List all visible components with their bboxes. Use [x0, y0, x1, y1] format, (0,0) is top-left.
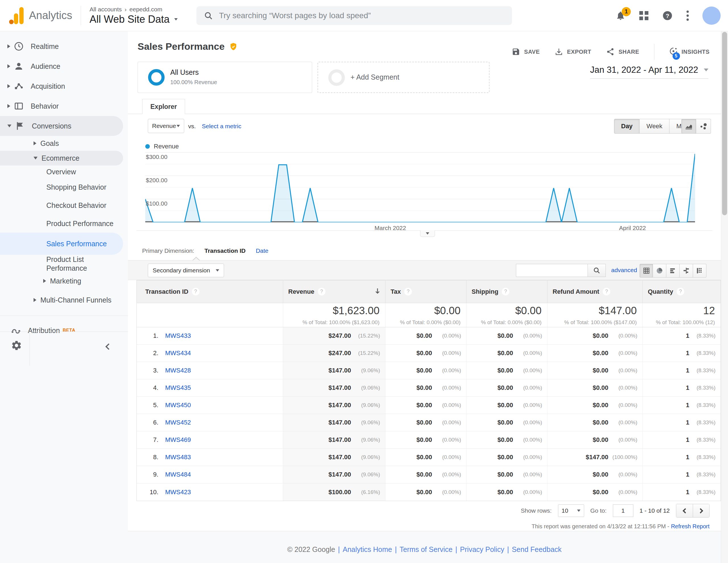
- table-search-input[interactable]: [516, 264, 588, 277]
- transaction-link[interactable]: MWS435: [165, 384, 191, 392]
- sidebar-item-sales-performance[interactable]: Sales Performance: [0, 233, 123, 255]
- report-generated-note: This report was generated on 4/13/22 at …: [532, 523, 710, 530]
- global-search[interactable]: [196, 6, 512, 25]
- next-page-button[interactable]: [693, 504, 709, 517]
- user-avatar[interactable]: [702, 7, 721, 25]
- help-icon[interactable]: ?: [662, 10, 673, 21]
- sidebar-item-acquisition[interactable]: Acquisition: [0, 76, 128, 96]
- collapse-sidebar-icon[interactable]: [105, 343, 112, 350]
- sidebar-item-audience[interactable]: Audience: [0, 56, 128, 76]
- behavior-icon: [14, 101, 24, 111]
- motion-chart-button[interactable]: [696, 119, 711, 134]
- sidebar-item-conversions[interactable]: Conversions: [0, 116, 123, 136]
- scrollbar-thumb[interactable]: [722, 32, 727, 215]
- transaction-link[interactable]: MWS428: [165, 367, 191, 374]
- metric-select[interactable]: Revenue: [148, 119, 184, 133]
- column-header-tax[interactable]: Tax?: [385, 280, 466, 303]
- comparison-view-button[interactable]: [680, 264, 693, 278]
- transaction-link[interactable]: MWS483: [165, 454, 191, 461]
- transaction-link[interactable]: MWS450: [165, 401, 191, 409]
- advanced-search-link[interactable]: advanced: [611, 267, 637, 274]
- goto-page-input[interactable]: [613, 504, 633, 517]
- more-options-icon[interactable]: [686, 11, 689, 21]
- table-search-button[interactable]: [588, 264, 606, 277]
- column-header-refund-amount[interactable]: Refund Amount?: [547, 280, 642, 303]
- table-cell: 1(8.33%): [642, 345, 721, 362]
- sidebar-item-marketing[interactable]: Marketing: [0, 273, 128, 289]
- dimension-transaction-id[interactable]: Transaction ID: [204, 247, 246, 254]
- notifications-bell-icon[interactable]: 1: [615, 11, 626, 21]
- pivot-view-button[interactable]: [693, 264, 706, 278]
- sidebar-item-shopping-behavior[interactable]: Shopping Behavior: [0, 178, 128, 196]
- secondary-dimension-select[interactable]: Secondary dimension: [148, 264, 224, 277]
- dimension-date[interactable]: Date: [256, 247, 268, 254]
- help-icon[interactable]: ?: [502, 288, 509, 295]
- column-header-shipping[interactable]: Shipping?: [466, 280, 547, 303]
- select-metric-link[interactable]: Select a metric: [202, 123, 241, 130]
- breadcrumb-site[interactable]: eepedd.com: [129, 6, 162, 13]
- help-icon[interactable]: ?: [192, 288, 200, 295]
- footer-link-analytics-home[interactable]: Analytics Home: [343, 545, 392, 553]
- column-header-transaction-id[interactable]: Transaction ID?: [137, 280, 283, 303]
- apps-grid-icon[interactable]: [639, 11, 648, 20]
- show-rows-select[interactable]: 10: [558, 504, 584, 517]
- transaction-link[interactable]: MWS423: [165, 489, 191, 496]
- sidebar-item-behavior[interactable]: Behavior: [0, 96, 128, 116]
- sidebar-item-ecommerce[interactable]: Ecommerce: [0, 151, 123, 165]
- date-range-picker[interactable]: Jan 31, 2022 - Apr 11, 2022: [590, 65, 708, 79]
- granularity-day-button[interactable]: Day: [614, 119, 640, 134]
- property-name[interactable]: All Web Site Data: [90, 13, 169, 25]
- footer-link-terms-of-service[interactable]: Terms of Service: [400, 545, 453, 553]
- account-breadcrumb[interactable]: All accounts › eepedd.com All Web Site D…: [90, 6, 177, 25]
- chart-collapse-button[interactable]: [420, 230, 435, 237]
- revenue-timeseries-chart[interactable]: [145, 147, 695, 222]
- percentage-view-button[interactable]: [653, 264, 666, 278]
- transaction-link[interactable]: MWS484: [165, 471, 191, 478]
- segment-all-users[interactable]: All Users 100.00% Revenue: [138, 62, 312, 93]
- column-header-quantity[interactable]: Quantity?: [642, 280, 721, 303]
- goto-label: Go to:: [590, 507, 607, 514]
- table-cell: $0.00(0.00%): [547, 362, 642, 379]
- performance-view-button[interactable]: [666, 264, 680, 278]
- admin-gear-icon[interactable]: [11, 340, 22, 352]
- help-icon[interactable]: ?: [677, 288, 684, 295]
- sidebar-item-checkout-behavior[interactable]: Checkout Behavior: [0, 196, 128, 214]
- sidebar-item-multi-channel-funnels[interactable]: Multi-Channel Funnels: [0, 289, 128, 311]
- footer-link-send-feedback[interactable]: Send Feedback: [512, 545, 561, 553]
- analytics-logo-icon[interactable]: [7, 7, 24, 24]
- sidebar-item-realtime[interactable]: Realtime: [0, 36, 128, 56]
- refresh-report-link[interactable]: Refresh Report: [671, 523, 710, 529]
- export-button[interactable]: EXPORT: [555, 47, 591, 56]
- page-scrollbar[interactable]: [721, 31, 728, 563]
- column-header-revenue[interactable]: Revenue?: [283, 280, 385, 303]
- help-icon[interactable]: ?: [603, 288, 610, 295]
- previous-page-button[interactable]: [676, 504, 693, 517]
- sidebar-item-goals[interactable]: Goals: [0, 136, 128, 151]
- search-icon: [593, 267, 600, 274]
- footer-link-privacy-policy[interactable]: Privacy Policy: [460, 545, 504, 553]
- row-number: 10.: [145, 489, 158, 496]
- sidebar-item-product-list-performance[interactable]: Product List Performance: [0, 255, 128, 273]
- table-view-button[interactable]: [640, 264, 653, 278]
- help-icon[interactable]: ?: [318, 288, 325, 295]
- help-icon[interactable]: ?: [404, 288, 412, 295]
- line-chart-button[interactable]: [681, 119, 696, 134]
- sidebar-item-overview[interactable]: Overview: [0, 165, 128, 178]
- breadcrumb-accounts[interactable]: All accounts: [90, 6, 122, 13]
- transaction-link[interactable]: MWS434: [165, 349, 191, 357]
- chevron-down-icon[interactable]: [174, 18, 178, 20]
- add-segment-button[interactable]: + Add Segment: [318, 62, 490, 93]
- sort-descending-icon[interactable]: [374, 287, 381, 296]
- transaction-link[interactable]: MWS433: [165, 332, 191, 340]
- sidebar-item-product-performance[interactable]: Product Performance: [0, 214, 128, 233]
- search-input[interactable]: [219, 11, 505, 20]
- table-cell: $147.00(9.06%): [283, 449, 385, 466]
- totals-quantity: 12% of Total: 100.00% (12): [642, 303, 721, 327]
- granularity-week-button[interactable]: Week: [640, 119, 669, 134]
- share-button[interactable]: SHARE: [606, 47, 639, 56]
- transaction-link[interactable]: MWS469: [165, 436, 191, 444]
- save-button[interactable]: SAVE: [512, 47, 540, 56]
- insights-button[interactable]: 5 INSIGHTS: [669, 47, 710, 57]
- tab-explorer[interactable]: Explorer: [142, 99, 185, 114]
- transaction-link[interactable]: MWS452: [165, 419, 191, 426]
